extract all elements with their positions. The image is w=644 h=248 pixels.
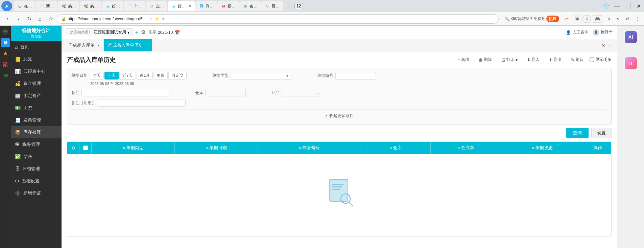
currency-btn[interactable]: ¥: [583, 15, 591, 23]
warehouse-select[interactable]: ...: [205, 89, 246, 96]
th-total-cost[interactable]: ⇅ 总成本: [431, 142, 501, 154]
more-tabs-btn[interactable]: ⋮: [607, 43, 612, 48]
hot-search-badge[interactable]: 热搜: [546, 16, 559, 22]
back-button[interactable]: ‹: [3, 14, 12, 24]
home-button[interactable]: ⌂: [35, 14, 45, 24]
left-icon-weibo[interactable]: 微: [1, 60, 10, 69]
th-warehouse[interactable]: ⇅ 仓库: [360, 142, 431, 154]
settings-company-btn[interactable]: ⚙: [141, 29, 146, 36]
left-icon-changjie[interactable]: 畅: [1, 38, 10, 47]
add-button[interactable]: + 新增: [454, 55, 473, 64]
tab-6[interactable]: 📄 个…: [124, 1, 145, 11]
select-all-checkbox[interactable]: [83, 145, 88, 150]
date-btn-more[interactable]: 更多: [153, 72, 168, 80]
tab-11[interactable]: ⊞ 各…: [239, 1, 261, 11]
sidebar-item-newbill[interactable]: ➕ 新增凭证: [11, 187, 62, 199]
query-button[interactable]: 查询: [566, 128, 589, 138]
bill-number-input[interactable]: [335, 72, 376, 80]
date-btn-custom[interactable]: 自定义: [168, 72, 187, 80]
date-btn-yesterday[interactable]: 昨天: [90, 72, 104, 80]
translate-btn[interactable]: 译: [573, 15, 581, 23]
setting-button[interactable]: 设置: [591, 128, 612, 138]
export-button[interactable]: ⬆ 导出: [546, 55, 565, 64]
sidebar-item-invoice[interactable]: 🧾 发票管理: [11, 114, 62, 126]
rotate-btn[interactable]: ↺: [624, 16, 631, 22]
tab-counter[interactable]: 12: [294, 3, 303, 9]
th-check[interactable]: [79, 142, 92, 154]
grid-view-btn[interactable]: ⊞: [604, 16, 612, 22]
browser-menu-btn[interactable]: ⋮: [633, 16, 641, 22]
left-icon-star[interactable]: ★: [1, 49, 10, 58]
shirt-icon[interactable]: 👕: [602, 2, 610, 10]
tab-bill-list-close[interactable]: ×: [97, 43, 99, 47]
remark-detail-input[interactable]: [98, 99, 186, 107]
date-btn-today[interactable]: 今天: [104, 72, 119, 80]
sidebar-item-report[interactable]: 📊 云报表中心: [11, 65, 62, 77]
product-select[interactable]: ...: [282, 89, 322, 96]
maximize-button[interactable]: ⬜: [624, 2, 632, 10]
game-btn[interactable]: 🎮: [593, 15, 602, 23]
collapse-btn[interactable]: ∧ 收起更多条件: [71, 112, 607, 120]
sidebar-item-fund[interactable]: 💰 资金管理: [11, 77, 62, 90]
reload-button[interactable]: ↻: [24, 14, 34, 24]
display-detail-checkbox[interactable]: [590, 58, 594, 62]
if-btn[interactable]: If: [619, 54, 643, 72]
scissor-btn[interactable]: ✂: [563, 16, 571, 22]
date-btn-1month[interactable]: 近1月: [137, 72, 153, 80]
th-bill-date[interactable]: ⇅ 单据日期: [175, 142, 258, 154]
import-button[interactable]: ⬇ 导入: [524, 55, 543, 64]
tab-12[interactable]: S 目…: [261, 1, 283, 11]
sidebar-item-fixed[interactable]: 🏢 固定资产: [11, 90, 62, 102]
display-detail-toggle[interactable]: 显示明细: [590, 57, 612, 63]
date-btn-7days[interactable]: 近7天: [119, 72, 136, 80]
tab-close-8[interactable]: ✕: [189, 4, 192, 8]
forward-button[interactable]: ›: [14, 14, 23, 24]
search-toolbar[interactable]: 🔍 360智能抠图免费用 热搜: [503, 15, 561, 23]
bookmark-button[interactable]: ☆: [46, 14, 55, 24]
tab-10[interactable]: M 畅…: [217, 1, 239, 11]
sidebar-item-archive[interactable]: 🗄 归档管理: [11, 163, 62, 175]
remark-input[interactable]: [81, 89, 169, 96]
th-bill-number[interactable]: ⇅ 单据编号: [258, 142, 360, 154]
sidebar-item-settlement[interactable]: ✅ 结账: [11, 151, 62, 163]
th-bill-status[interactable]: ⇅ 单据状态: [501, 142, 584, 154]
add-company-btn[interactable]: +: [135, 29, 138, 36]
th-bill-type[interactable]: ⇅ 单据类型: [92, 142, 175, 154]
calendar-icon[interactable]: 📅: [174, 30, 180, 35]
tab-8[interactable]: ☁ 好… ✕: [168, 1, 195, 11]
sidebar-item-inventory[interactable]: 📦 库存核算: [11, 126, 62, 138]
sidebar-item-settings[interactable]: ⚙ 基础设置: [11, 175, 62, 187]
sidebar-item-payroll[interactable]: 💵 工资: [11, 102, 62, 114]
tab-1[interactable]: ⊙ 在…: [14, 1, 35, 11]
sidebar-item-ledger[interactable]: 📒 总账: [11, 53, 62, 65]
tab-nav-circle[interactable]: ➤: [1, 1, 12, 11]
delete-button[interactable]: 🗑 删除: [475, 55, 495, 64]
sidebar-item-home[interactable]: ⌂ 首页: [11, 41, 62, 53]
tab-bill-history[interactable]: 产成品入库单历史 ×: [104, 39, 152, 51]
th-settings[interactable]: ⚙: [67, 142, 79, 154]
bill-type-select[interactable]: ▾: [231, 72, 291, 80]
user-service-btn[interactable]: 👤 人工咨询: [566, 29, 589, 35]
refresh-button[interactable]: ↻ 刷新: [568, 55, 587, 64]
tab-5[interactable]: ☁ 好…: [102, 1, 123, 11]
tab-3[interactable]: 🌿 易…: [58, 1, 79, 11]
tab-2[interactable]: 📄 新…: [36, 1, 57, 11]
tab-bill-list[interactable]: 产成品入库单 ×: [64, 39, 104, 51]
close-panel-btn[interactable]: ✕: [601, 43, 605, 48]
sidebar-item-tax[interactable]: 🏛 税务管理: [11, 138, 62, 151]
close-button[interactable]: ✕: [635, 2, 643, 10]
app-logo-icon[interactable]: [1, 27, 10, 37]
user-name-btn[interactable]: 👤 徐泽华: [593, 29, 613, 36]
tab-bill-history-close[interactable]: ×: [146, 43, 148, 47]
ai-assistant-btn[interactable]: Ai: [619, 28, 643, 46]
left-icon-email[interactable]: ✉: [1, 70, 10, 80]
tab-4[interactable]: 🌿 易…: [80, 1, 101, 11]
minimize-button[interactable]: —: [613, 2, 621, 10]
tab-9[interactable]: 腾 腾…: [195, 1, 217, 11]
tab-7[interactable]: C 企…: [146, 1, 167, 11]
brightness-btn[interactable]: ☀: [614, 16, 622, 22]
new-tab-button[interactable]: +: [283, 1, 293, 11]
address-input[interactable]: 🔒 https://cloud.chanjet.com/accounting/u…: [57, 14, 499, 24]
print-button[interactable]: 🖨 打印 ▾: [498, 55, 521, 64]
company-select[interactable]: (勿删勿禁用） 江西服宝测试专用 ▾: [66, 28, 133, 36]
